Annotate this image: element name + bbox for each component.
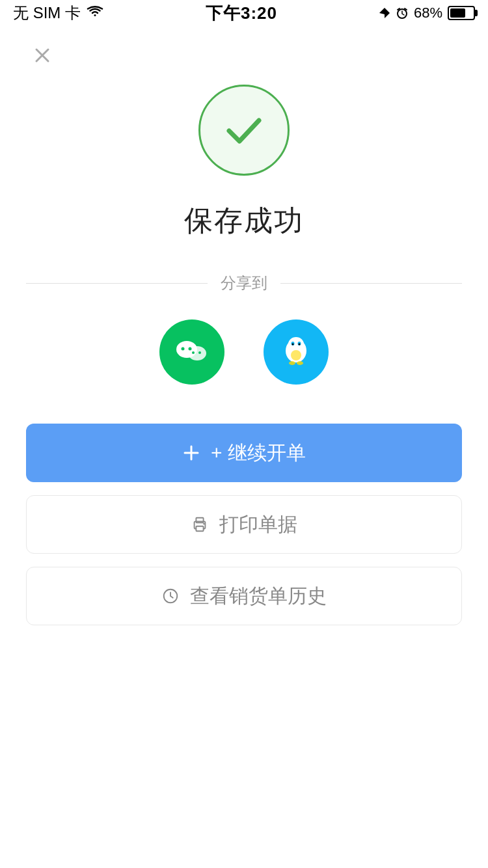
print-receipt-label: 打印单据 — [219, 511, 297, 538]
qq-icon — [277, 332, 316, 372]
svg-point-20 — [203, 523, 205, 525]
alarm-icon — [396, 7, 409, 20]
continue-order-label: + 继续开单 — [211, 440, 306, 467]
status-bar: 无 SIM 卡 下午3:20 68% — [0, 0, 488, 26]
status-time: 下午3:20 — [206, 2, 277, 25]
divider-right — [280, 283, 462, 284]
share-divider: 分享到 — [26, 273, 462, 293]
battery-icon — [448, 6, 475, 20]
battery-percentage: 68% — [414, 5, 442, 21]
share-buttons — [159, 319, 329, 385]
svg-point-5 — [192, 351, 195, 354]
wechat-icon — [172, 332, 211, 372]
print-receipt-button[interactable]: 打印单据 — [26, 495, 462, 554]
svg-point-14 — [291, 350, 301, 360]
battery-fill — [450, 8, 465, 18]
print-icon — [191, 515, 209, 534]
svg-point-4 — [189, 347, 192, 351]
history-icon — [161, 587, 180, 605]
svg-point-15 — [289, 361, 295, 365]
svg-point-12 — [299, 344, 301, 346]
success-icon-container — [198, 85, 290, 176]
sim-label: 无 SIM 卡 — [13, 3, 81, 23]
continue-order-button[interactable]: + 继续开单 — [26, 424, 462, 482]
share-qq-button[interactable] — [264, 319, 329, 385]
action-buttons: + 继续开单 打印单据 查看销货单历史 — [26, 424, 462, 625]
plus-icon — [182, 444, 200, 462]
view-history-label: 查看销货单历史 — [190, 583, 327, 610]
view-history-button[interactable]: 查看销货单历史 — [26, 567, 462, 625]
svg-point-10 — [292, 344, 294, 346]
status-left: 无 SIM 卡 — [13, 3, 104, 23]
share-label: 分享到 — [221, 273, 267, 293]
location-icon — [379, 7, 390, 19]
status-right: 68% — [379, 5, 475, 21]
success-title: 保存成功 — [184, 202, 304, 240]
close-button[interactable] — [26, 39, 59, 72]
svg-point-3 — [182, 347, 185, 351]
main-content: 保存成功 分享到 — [0, 26, 488, 664]
divider-left — [26, 283, 208, 284]
svg-point-16 — [297, 361, 303, 365]
share-wechat-button[interactable] — [159, 319, 224, 385]
wifi-icon — [86, 4, 104, 22]
checkmark-icon — [221, 107, 267, 153]
svg-point-6 — [198, 351, 201, 354]
svg-rect-19 — [196, 526, 203, 531]
